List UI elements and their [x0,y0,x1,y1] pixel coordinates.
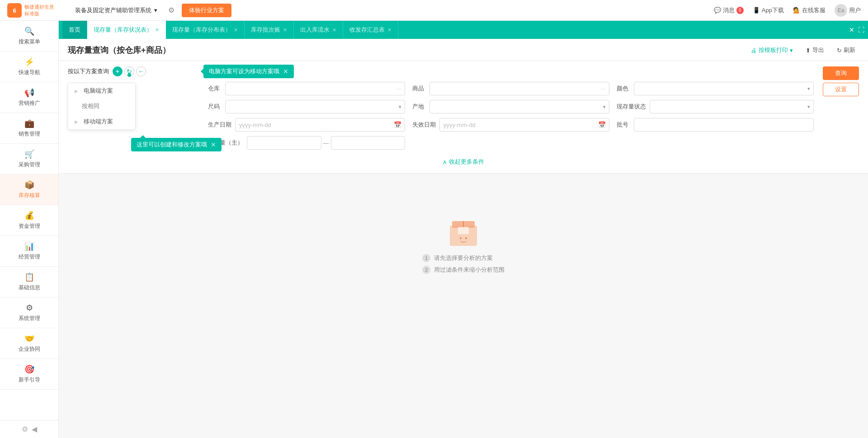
tab-inout[interactable]: 出入库流水 ✕ [294,21,343,39]
tab-inventory-status[interactable]: 现存量（库存状况表） ✕ [87,21,166,39]
collapse-row: ∧ 收起更多条件 [68,154,859,168]
sidebar-item-label: 营销推广 [19,99,40,107]
industry-button[interactable]: 体验行业方案 [182,4,231,17]
marketing-icon: 📢 [24,88,34,98]
sidebar-item-marketing[interactable]: 📢 营销推广 [0,82,58,113]
settings-gear-button[interactable]: ⚙ [166,4,176,16]
sidebar-item-enterprise[interactable]: 🤝 企业协同 [0,328,58,359]
sidebar-item-operation[interactable]: 📊 经营管理 [0,236,58,267]
tab-close-icon[interactable]: ✕ [234,27,238,33]
online-service-label: 在线客服 [802,6,826,14]
sidebar-item-quick[interactable]: ⚡ 快速导航 [0,52,58,82]
sidebar-footer: ⚙ ◀ [0,420,58,438]
message-label: 消息 [723,6,735,14]
refresh-button[interactable]: ↻ 刷新 [833,44,859,56]
scheme-tooltip-close[interactable]: ✕ [283,68,288,75]
home-tab-label: 首页 [69,26,80,34]
sidebar-item-label: 搜索菜单 [19,38,40,46]
tab-bar: 首页 现存量（库存状况表） ✕ 现存量（库存分布表） ✕ 库存批次账 ✕ 出入库… [59,21,868,39]
expire-date-input[interactable] [439,118,609,132]
sidebar-item-guide[interactable]: 🎯 新手引导 [0,359,58,390]
tab-close-all-icon[interactable]: ✕ [849,26,854,33]
main-layout: 🔍 搜索菜单 ⚡ 快速导航 📢 营销推广 💼 销售管理 🛒 采购管理 📦 库存核… [0,21,868,438]
tab-label: 现存量（库存分布表） [172,26,231,34]
prod-date-input[interactable] [235,118,405,132]
stock-qty-max[interactable] [331,136,406,150]
sidebar-item-label: 快速导航 [19,69,40,76]
sidebar-item-basic[interactable]: 📋 基础信息 [0,267,58,297]
warehouse-input[interactable] [225,82,405,95]
tab-batch[interactable]: 库存批次账 ✕ [245,21,294,39]
stock-qty-min[interactable] [247,136,321,150]
batch-field: 批号 [617,118,814,132]
refresh-scheme-button[interactable]: ↻ [124,66,134,76]
origin-select[interactable] [429,100,609,113]
online-service-button[interactable]: 💁 在线客服 [793,6,826,14]
system-selector[interactable]: 装备及固定资产辅助管理系统 ▾ [71,5,161,16]
scheme-item-pc-sub[interactable]: 按相同 [68,99,135,114]
reset-button[interactable]: 设置 [823,83,859,96]
app-download-button[interactable]: 📱 App下载 [753,6,784,14]
enterprise-icon: 🤝 [24,334,34,344]
batch-input[interactable] [634,118,814,132]
page-title-row: 现存量查询（按仓库+商品） 🖨 按模板打印 ▾ ⬆ 导出 ↻ [68,44,859,61]
step-2-text: 用过滤条件来缩小分析范围 [434,266,505,274]
color-select-wrap: ▾ [634,82,814,95]
product-input[interactable] [429,82,609,95]
empty-state: 1 请先选择要分析的方案 2 用过滤条件来缩小分析范围 [59,174,868,310]
prod-date-field: 生产日期 📅 [208,118,405,132]
svg-point-7 [465,237,467,239]
top-header: 6 畅捷通好生意 标准版 装备及固定资产辅助管理系统 ▾ ⚙ 体验行业方案 💬 … [0,0,868,21]
sidebar-item-sales[interactable]: 💼 销售管理 [0,113,58,144]
tab-maximize-icon[interactable]: ⛶ [858,26,864,33]
stock-status-select[interactable] [650,100,814,113]
color-select[interactable] [634,82,814,95]
tab-close-icon[interactable]: ✕ [387,27,392,33]
tab-close-icon[interactable]: ✕ [332,27,336,33]
scheme-item-mobile[interactable]: ▶ 移动端方案 [68,114,135,129]
print-icon: 🖨 [751,47,757,54]
logo-icon: 6 [7,3,22,18]
collapse-label: 收起更多条件 [449,158,484,166]
sidebar-item-purchase[interactable]: 🛒 采购管理 [0,144,58,174]
tab-label: 现存量（库存状况表） [94,26,152,34]
expire-date-field: 失效日期 📅 [412,118,609,132]
search-fields-row2: 尺码 ▾ 产地 [68,100,859,113]
size-field: 尺码 ▾ [208,100,405,113]
tab-home[interactable]: 首页 [62,21,87,39]
tab-inventory-dist[interactable]: 现存量（库存分布表） ✕ [166,21,245,39]
search-button[interactable]: 查询 [823,66,859,80]
refresh-icon: ↻ [837,47,842,54]
scheme-item-pc[interactable]: ▶ 电脑端方案 [68,83,135,99]
tab-collect[interactable]: 收发存汇总表 ✕ [343,21,398,39]
sidebar-settings-icon[interactable]: ⚙ [22,425,28,433]
empty-illustration [441,210,486,246]
collapse-button[interactable]: ∧ 收起更多条件 [443,158,484,166]
sidebar-item-label: 资金管理 [19,222,40,230]
add-scheme-button[interactable]: + [113,66,123,76]
sidebar-item-label: 企业协同 [19,345,40,353]
sidebar-item-search[interactable]: 🔍 搜索菜单 [0,21,58,52]
size-select[interactable] [225,100,405,113]
tab-close-icon[interactable]: ✕ [283,27,287,33]
purchase-icon: 🛒 [24,149,34,159]
tab-label: 出入库流水 [300,26,330,34]
collapse-up-icon: ∧ [443,159,447,165]
quick-icon: ⚡ [24,57,34,67]
edit-tooltip-close[interactable]: ✕ [211,141,216,148]
back-scheme-button[interactable]: ← [136,66,146,76]
origin-field: 产地 ▾ [412,100,609,113]
export-button[interactable]: ⬆ 导出 [802,44,828,56]
origin-label: 产地 [412,103,426,111]
sidebar-item-finance[interactable]: 💰 资金管理 [0,205,58,236]
sidebar-collapse-icon[interactable]: ◀ [32,425,37,433]
user-area[interactable]: Ea 用户 [835,4,861,17]
sidebar-item-system[interactable]: ⚙ 系统管理 [0,297,58,328]
tab-close-icon[interactable]: ✕ [155,27,159,33]
size-select-wrap: ▾ [225,100,405,113]
page-title: 现存量查询（按仓库+商品） [68,45,170,56]
sidebar-item-inventory[interactable]: 📦 库存核算 [0,174,58,205]
message-button[interactable]: 💬 消息 6 [714,6,744,14]
warehouse-input-wrap: ··· [225,82,405,95]
print-button[interactable]: 🖨 按模板打印 ▾ [747,44,797,56]
